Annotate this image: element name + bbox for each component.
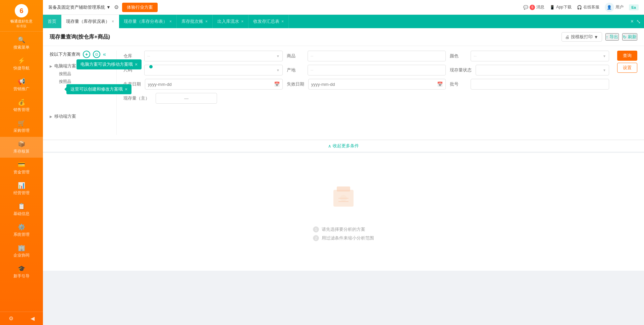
- empty-illustration: [327, 180, 360, 220]
- inv-qty-min-input[interactable]: [159, 96, 182, 101]
- size-arrow-icon: ▼: [276, 68, 280, 72]
- range-separator: —: [184, 96, 189, 101]
- exp-date-calendar-icon[interactable]: 📅: [437, 82, 443, 87]
- tab-inventory-dist[interactable]: 现存量（库存分布表） ×: [119, 15, 177, 28]
- refresh-button[interactable]: ↻ 刷新: [622, 33, 637, 41]
- tooltip-create-scheme: 这里可以创建和修改方案哦 ×: [66, 84, 131, 94]
- inv-qty-max-input[interactable]: [191, 96, 214, 101]
- origin-dots: ···: [311, 68, 313, 72]
- sidebar-item-guide[interactable]: 🎓 新手引导: [0, 262, 43, 282]
- warehouse-select[interactable]: ··· ▼: [144, 51, 283, 61]
- sidebar-item-search[interactable]: 🔍 搜索菜单: [0, 33, 43, 54]
- guide-icon: 🎓: [18, 265, 25, 272]
- messages-button[interactable]: 💬 6 消息: [523, 4, 544, 10]
- chevron-print-icon: ▼: [594, 35, 598, 40]
- prev-scheme-button[interactable]: «: [103, 51, 106, 57]
- size-select[interactable]: ▼: [144, 65, 283, 75]
- pc-scheme-item-1[interactable]: 按照品: [56, 70, 112, 78]
- inv-qty-label: 现存量（主）: [123, 95, 150, 101]
- sidebar-item-basic[interactable]: 📋 基础信息: [0, 199, 43, 220]
- app-download-button[interactable]: 📱 App下载: [550, 4, 571, 10]
- sidebar-item-quick[interactable]: ⚡ 快捷导航: [0, 54, 43, 74]
- filter-layout: 按以下方案查询 + ⊙ « 电脑方案可设为移动方案哦 × ▶ 电脑端方案 按: [43, 46, 644, 140]
- sidebar-nav: 🔍 搜索菜单 ⚡ 快捷导航 📢 营销推广 💰 销售管理 🛒 采购管理 📦 库存核…: [0, 33, 43, 312]
- step-1-num: 1: [313, 226, 319, 232]
- online-support-button[interactable]: 🎧 在线客服: [577, 4, 599, 10]
- tab-inventory-status-label: 现存量（库存状况表）: [66, 18, 110, 24]
- quick-icon: ⚡: [18, 57, 25, 64]
- goods-select[interactable]: ···: [308, 51, 446, 61]
- sidebar-item-purchase[interactable]: 🛒 采购管理: [0, 116, 43, 137]
- sidebar-item-label: 搜索菜单: [13, 45, 30, 50]
- fields-grid-container: 仓库 ··· ▼ 商品 ···: [123, 51, 609, 107]
- sidebar-item-system[interactable]: ⚙️ 系统管理: [0, 220, 43, 241]
- sidebar-item-label: 新手引导: [13, 273, 30, 279]
- settings-icon[interactable]: ⚙: [114, 4, 119, 10]
- tab-flow[interactable]: 出入库流水 ×: [213, 15, 249, 28]
- tab-close-inventory-dist[interactable]: ×: [169, 19, 172, 24]
- tab-flow-label: 出入库流水: [217, 18, 239, 24]
- field-color: 颜色 ··· ▼: [450, 51, 609, 61]
- mobile-arrow-icon: ▶: [50, 115, 52, 118]
- user-button[interactable]: 👤 用户: [605, 3, 624, 12]
- marketing-icon: 📢: [18, 78, 25, 85]
- origin-select[interactable]: ···: [308, 65, 446, 75]
- batch-no-input[interactable]: [471, 79, 609, 90]
- set-button[interactable]: 设置: [617, 63, 637, 73]
- sidebar-item-finance[interactable]: 💳 资金管理: [0, 158, 43, 178]
- step-2-num: 2: [313, 235, 319, 241]
- copy-scheme-button[interactable]: ⊙: [93, 51, 100, 58]
- sidebar-item-marketing[interactable]: 📢 营销推广: [0, 74, 43, 95]
- settings-bottom-icon[interactable]: ⚙: [9, 315, 13, 322]
- sidebar-item-operations[interactable]: 📊 经营管理: [0, 178, 43, 199]
- collapse-conditions-button[interactable]: ∧ 收起更多条件: [43, 140, 644, 152]
- tooltip2-close[interactable]: ×: [125, 87, 127, 92]
- tab-close-flow[interactable]: ×: [241, 19, 244, 24]
- add-scheme-button[interactable]: +: [83, 51, 90, 58]
- inv-status-select[interactable]: ▼: [476, 65, 609, 75]
- sidebar-item-inventory[interactable]: 📦 库存核算: [0, 137, 43, 158]
- search-button[interactable]: 查询: [617, 51, 637, 61]
- field-warehouse: 仓库 ··· ▼: [123, 51, 283, 61]
- field-goods: 商品 ···: [287, 51, 446, 61]
- exp-date-wrap: 📅: [308, 79, 446, 90]
- sidebar-item-label: 企业协同: [13, 253, 30, 258]
- filter-row-2: 尺码 ▼ 产地 ···: [123, 65, 609, 75]
- collapse-bottom-icon[interactable]: ◀: [31, 315, 35, 322]
- exp-date-input[interactable]: [311, 82, 435, 87]
- tab-expand-icon[interactable]: ⤡: [636, 18, 641, 25]
- pc-scheme-items: 按照品 按照品: [56, 70, 112, 86]
- tab-inventory-status[interactable]: 现存量（库存状况表） ×: [61, 15, 119, 28]
- color-select[interactable]: ··· ▼: [471, 51, 609, 61]
- batch-no-label: 批号: [450, 81, 467, 87]
- tab-close-batch[interactable]: ×: [205, 19, 208, 24]
- prod-date-input[interactable]: [148, 82, 272, 87]
- system-selector[interactable]: 装备及固定资产辅助管理系统 ▼: [48, 4, 111, 10]
- sidebar-item-label: 系统管理: [13, 232, 30, 237]
- tab-collect[interactable]: 收发存汇总表 ×: [249, 15, 289, 28]
- sidebar-item-enterprise[interactable]: 🏢 企业协同: [0, 241, 43, 262]
- sidebar-item-sales[interactable]: 💰 销售管理: [0, 95, 43, 116]
- experience-button[interactable]: 体验行业方案: [122, 3, 158, 12]
- action-buttons: 查询 设置: [617, 51, 637, 73]
- message-label: 消息: [536, 4, 544, 10]
- mobile-scheme-header[interactable]: ▶ 移动端方案: [50, 112, 112, 120]
- sales-icon: 💰: [18, 99, 25, 106]
- color-dots: ···: [474, 54, 476, 58]
- template-print-button[interactable]: 🖨 按模板打印 ▼: [561, 32, 602, 42]
- prod-date-calendar-icon[interactable]: 📅: [274, 82, 280, 87]
- tab-batch-account[interactable]: 库存批次账 ×: [177, 15, 213, 28]
- warehouse-dots: ···: [147, 54, 150, 58]
- empty-svg: [327, 180, 360, 213]
- main-content: 现存量查询(按仓库+商品) 🖨 按模板打印 ▼ ↑ 导出 ↻ 刷新 按以下方案查…: [43, 28, 644, 325]
- tab-close-collect[interactable]: ×: [281, 19, 284, 24]
- tab-close-inventory-status[interactable]: ×: [112, 19, 114, 24]
- collapse-label: 收起更多条件: [333, 143, 359, 149]
- tab-home[interactable]: 首页: [43, 15, 61, 28]
- tooltip1-close[interactable]: ×: [135, 62, 138, 67]
- sidebar-item-label: 基础信息: [13, 211, 30, 217]
- origin-label: 产地: [287, 67, 304, 73]
- export-button[interactable]: ↑ 导出: [605, 33, 619, 41]
- tab-close-all-icon[interactable]: ×: [631, 18, 634, 24]
- warehouse-label: 仓库: [123, 53, 140, 59]
